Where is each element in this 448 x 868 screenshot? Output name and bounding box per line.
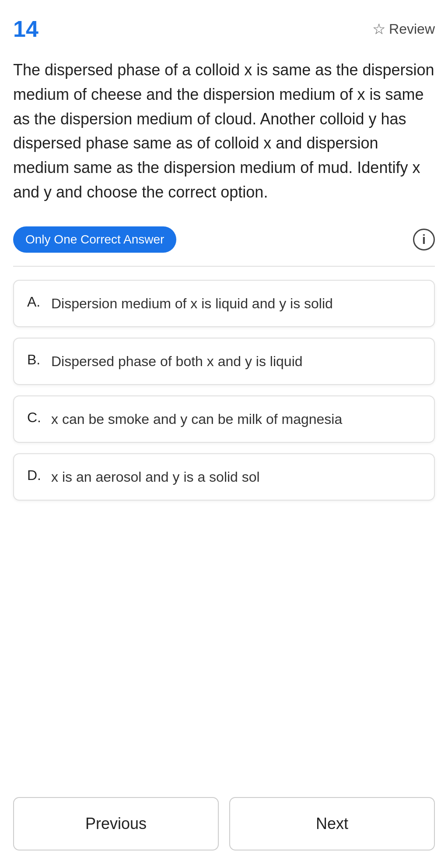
star-icon: ☆ [372,20,385,38]
review-label: Review [389,21,435,37]
question-number: 14 [13,18,38,40]
option-card-2[interactable]: C.x can be smoke and y can be milk of ma… [13,395,435,443]
option-letter-1: B. [27,351,51,368]
option-card-3[interactable]: D.x is an aerosol and y is a solid sol [13,453,435,501]
info-icon[interactable]: i [413,229,435,251]
option-text-3: x is an aerosol and y is a solid sol [51,466,421,487]
option-text-1: Dispersed phase of both x and y is liqui… [51,351,421,372]
bottom-nav: Previous Next [13,797,435,850]
previous-button[interactable]: Previous [13,797,219,850]
option-card-0[interactable]: A.Dispersion medium of x is liquid and y… [13,280,435,327]
option-letter-2: C. [27,409,51,426]
option-letter-0: A. [27,293,51,310]
next-button[interactable]: Next [229,797,435,850]
divider [13,266,435,267]
option-card-1[interactable]: B.Dispersed phase of both x and y is liq… [13,338,435,385]
answer-type-badge: Only One Correct Answer [13,226,176,253]
options-list: A.Dispersion medium of x is liquid and y… [13,280,435,775]
review-button[interactable]: ☆ Review [372,20,435,38]
option-letter-3: D. [27,466,51,483]
info-symbol: i [422,232,426,247]
option-text-0: Dispersion medium of x is liquid and y i… [51,293,421,314]
question-text: The dispersed phase of a colloid x is sa… [13,58,435,205]
answer-type-row: Only One Correct Answer i [13,226,435,253]
page-container: 14 ☆ Review The dispersed phase of a col… [0,0,448,868]
option-text-2: x can be smoke and y can be milk of magn… [51,409,421,430]
header-row: 14 ☆ Review [13,18,435,40]
